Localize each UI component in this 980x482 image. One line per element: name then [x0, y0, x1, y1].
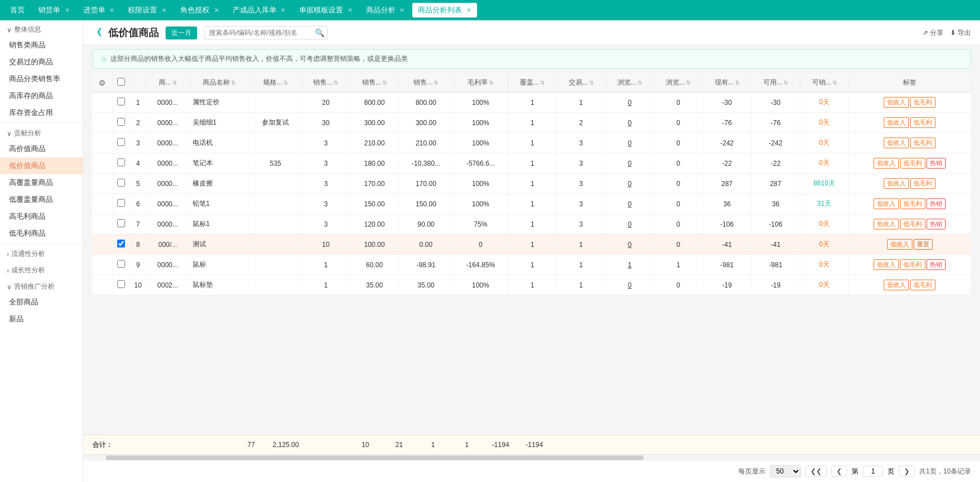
row-checkbox-1[interactable]: [113, 113, 130, 133]
col-spec[interactable]: 规格...⇅: [250, 73, 301, 92]
browse-link-1[interactable]: 0: [628, 119, 632, 127]
browse-link-0[interactable]: 0: [628, 99, 632, 107]
row-checkbox-6[interactable]: [113, 214, 130, 235]
row-col11-1[interactable]: 0: [605, 113, 654, 133]
close-role-icon[interactable]: ✕: [214, 7, 219, 14]
export-button[interactable]: ⬇ 导出: [950, 28, 971, 38]
row-checkbox-input-2[interactable]: [117, 138, 125, 146]
first-page-button[interactable]: ❮❮: [805, 466, 827, 477]
nav-product-analysis-list[interactable]: 商品分析列表 ✕: [412, 3, 477, 17]
page-number-input[interactable]: [863, 466, 883, 477]
row-checkbox-input-8[interactable]: [117, 260, 125, 268]
row-checkbox-input-0[interactable]: [117, 98, 125, 105]
gear-icon[interactable]: ⚙: [99, 78, 106, 87]
browse-link-8[interactable]: 1: [628, 261, 632, 269]
sidebar-group-growth[interactable]: › 成长性分析: [0, 261, 83, 277]
date-filter-button[interactable]: 近一月: [166, 26, 197, 39]
col-sales3[interactable]: 销售...⇅: [399, 73, 453, 92]
sidebar-item-inventory-capital[interactable]: 库存资金占用: [0, 104, 83, 121]
sidebar-item-low-coverage[interactable]: 低覆盖量商品: [0, 191, 83, 208]
row-col11-7[interactable]: 0: [605, 235, 654, 255]
sidebar-group-circulation[interactable]: › 流通性分析: [0, 245, 83, 261]
sidebar-item-all-products[interactable]: 全部商品: [0, 294, 83, 311]
col-sellable[interactable]: 可销...⇅: [800, 73, 848, 92]
sidebar-item-traded-products[interactable]: 交易过的商品: [0, 54, 83, 70]
prev-page-button[interactable]: ❮: [831, 466, 847, 477]
row-checkbox-input-4[interactable]: [117, 179, 125, 187]
sidebar-group-contribution[interactable]: ∨ 贡献分析: [0, 124, 83, 140]
sidebar-item-low-profit[interactable]: 低毛利商品: [0, 225, 83, 242]
col-sales1[interactable]: 销售...⇅: [301, 73, 350, 92]
row-checkbox-0[interactable]: [113, 92, 130, 113]
browse-link-5[interactable]: 0: [628, 200, 632, 208]
row-col11-3[interactable]: 0: [605, 153, 654, 174]
browse-link-4[interactable]: 0: [628, 180, 632, 188]
row-checkbox-4[interactable]: [113, 174, 130, 194]
nav-sales[interactable]: 销货单 ✕: [33, 3, 75, 17]
row-col11-9[interactable]: 0: [605, 275, 654, 295]
per-page-select[interactable]: 50 20 100: [770, 465, 801, 477]
col-code[interactable]: 商...⇅: [146, 73, 189, 92]
col-settings[interactable]: ⚙: [92, 73, 113, 92]
row-checkbox-input-5[interactable]: [117, 199, 125, 207]
close-sales-icon[interactable]: ✕: [65, 7, 70, 14]
row-checkbox-8[interactable]: [113, 255, 130, 275]
close-list-icon[interactable]: ✕: [466, 7, 471, 14]
row-col11-5[interactable]: 0: [605, 194, 654, 214]
row-checkbox-3[interactable]: [113, 153, 130, 174]
share-button[interactable]: ⇗ 分享: [923, 28, 943, 38]
row-checkbox-7[interactable]: [113, 235, 130, 255]
row-checkbox-input-7[interactable]: [117, 240, 125, 247]
nav-permissions[interactable]: 权限设置 ✕: [122, 3, 172, 17]
col-current[interactable]: 现有...⇅: [703, 73, 751, 92]
collapse-sidebar-button[interactable]: 《: [92, 27, 101, 39]
nav-template[interactable]: 单据模板设置 ✕: [293, 3, 358, 17]
browse-link-9[interactable]: 0: [628, 281, 632, 289]
sidebar-item-high-inventory[interactable]: 高库存的商品: [0, 87, 83, 104]
col-name[interactable]: 商品名称⇅: [189, 73, 250, 92]
row-col11-2[interactable]: 0: [605, 133, 654, 153]
browse-link-6[interactable]: 0: [628, 220, 632, 228]
nav-role-auth[interactable]: 角色授权 ✕: [175, 3, 225, 17]
row-checkbox-9[interactable]: [113, 275, 130, 295]
sidebar-item-sales-products[interactable]: 销售类商品: [0, 37, 83, 54]
col-coverage[interactable]: 覆盖...⇅: [508, 73, 556, 92]
row-checkbox-input-9[interactable]: [117, 280, 125, 288]
sidebar-item-high-profit[interactable]: 高毛利商品: [0, 208, 83, 225]
nav-product-storage[interactable]: 产成品入库单 ✕: [227, 3, 292, 17]
close-purchase-icon[interactable]: ✕: [109, 7, 114, 14]
col-trade[interactable]: 交易...⇅: [556, 73, 605, 92]
col-profit-rate[interactable]: 毛利率⇅: [453, 73, 509, 92]
col-browse1[interactable]: 浏览...⇅: [605, 73, 654, 92]
sidebar-item-new-products[interactable]: 新品: [0, 311, 83, 328]
row-checkbox-input-1[interactable]: [117, 118, 125, 126]
browse-link-7[interactable]: 0: [628, 241, 632, 249]
close-permissions-icon[interactable]: ✕: [162, 7, 167, 14]
col-sales2[interactable]: 销售...⇅: [350, 73, 399, 92]
col-browse2[interactable]: 浏览...⇅: [654, 73, 702, 92]
search-input[interactable]: [204, 26, 328, 39]
nav-purchase[interactable]: 进货单 ✕: [78, 3, 121, 17]
close-product-icon[interactable]: ✕: [280, 7, 286, 14]
select-all-checkbox[interactable]: [117, 78, 125, 86]
row-checkbox-input-6[interactable]: [117, 219, 125, 227]
nav-product-analysis[interactable]: 商品分析 ✕: [360, 3, 411, 17]
row-checkbox-input-3[interactable]: [117, 158, 125, 166]
sidebar-item-high-coverage[interactable]: 高覆盖量商品: [0, 174, 83, 191]
row-col11-8[interactable]: 1: [605, 255, 654, 275]
row-checkbox-5[interactable]: [113, 194, 130, 214]
next-page-button[interactable]: ❯: [899, 466, 915, 477]
sidebar-item-high-value[interactable]: 高价值商品: [0, 140, 83, 157]
row-col11-0[interactable]: 0: [605, 92, 654, 113]
sidebar-group-marketing[interactable]: ∨ 营销推广分析: [0, 277, 83, 294]
nav-home[interactable]: 首页: [5, 3, 30, 17]
col-available[interactable]: 可用...⇅: [751, 73, 800, 92]
row-col11-6[interactable]: 0: [605, 214, 654, 235]
sidebar-item-category-sales[interactable]: 商品分类销售率: [0, 70, 83, 87]
sidebar-item-low-value[interactable]: 低价值商品: [0, 157, 83, 174]
browse-link-3[interactable]: 0: [628, 160, 632, 167]
browse-link-2[interactable]: 0: [628, 139, 632, 147]
close-analysis-icon[interactable]: ✕: [399, 7, 404, 14]
sidebar-group-overall[interactable]: ∨ 整体信息: [0, 20, 83, 37]
search-icon[interactable]: 🔍: [315, 28, 324, 37]
